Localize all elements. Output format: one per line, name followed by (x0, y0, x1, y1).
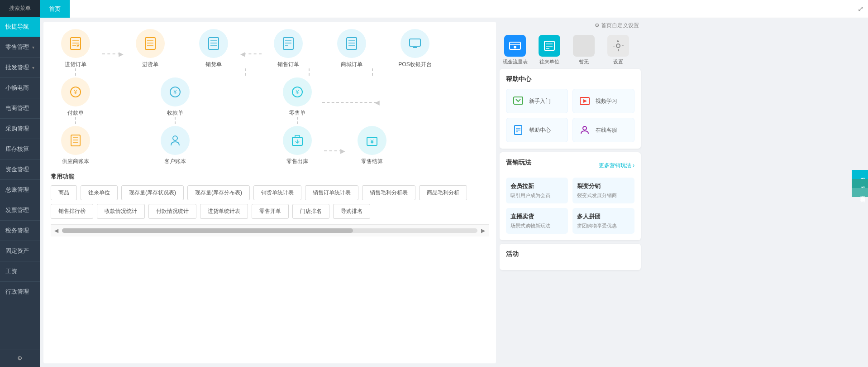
wf-node-payment[interactable]: ¥ 付款单 (51, 77, 100, 117)
wf-label-supplier-account: 供应商账本 (62, 158, 89, 165)
sidebar-item-wholesale-label: 批发管理 (5, 63, 32, 72)
cf-btn-store-rank[interactable]: 门店排名 (292, 204, 329, 219)
float-btn-community[interactable]: 服务社区 (852, 179, 868, 188)
tab-home[interactable]: 首页 (40, 0, 70, 18)
marketing-card: 营销玩法 更多营销玩法 › 会员拉新 吸引用户成为会员 裂变分销 裂变式发展分销… (500, 152, 641, 240)
float-btn-desktop[interactable]: 桌面快捷 (852, 188, 868, 197)
help-item-beginner-label: 新手入门 (529, 97, 551, 105)
help-center-card: 帮助中心 新手入门 视频学习 (500, 69, 641, 149)
top-tabs: 首页 ⤢ (40, 0, 868, 18)
float-btn-service[interactable]: 客服热线 (852, 170, 868, 179)
wf-node-retail-bill[interactable]: ¥ 零售单 (272, 77, 322, 117)
wf-node-receipt[interactable]: ¥ 收款单 (150, 77, 200, 117)
wf-node-sales-order[interactable]: 销售订单 (263, 29, 313, 68)
wf-col-pos: POS收银开台 (390, 29, 440, 68)
help-item-service[interactable]: 在线客服 (572, 118, 634, 142)
cf-btn-sales-profit[interactable]: 销售毛利分析表 (362, 185, 415, 200)
svg-rect-46 (514, 97, 523, 104)
wf-node-customer-account[interactable]: 客户账本 (150, 126, 200, 165)
cf-btn-retail-order[interactable]: 零售开单 (252, 204, 289, 219)
arrow-retail-out-to-settle: ▶ (324, 147, 345, 155)
sidebar-item-wholesale[interactable]: 批发管理 ▾ (0, 58, 40, 78)
cf-btn-purchase-stat[interactable]: 进货单统计表 (200, 204, 248, 219)
beginner-icon (511, 94, 525, 108)
wf-col-receipt: ¥ 收款单 (150, 77, 200, 117)
cf-btn-sales-rank[interactable]: 销售排行榜 (51, 204, 93, 219)
mkt-more-btn[interactable]: 更多营销玩法 › (599, 162, 634, 169)
sidebar-item-finance[interactable]: 资金管理 (0, 159, 40, 180)
qn-icon-none[interactable]: 暂无 (568, 35, 599, 65)
svg-rect-4 (145, 38, 155, 49)
qn-icon-cashflow[interactable]: 现金流量表 (500, 35, 530, 65)
sidebar-item-ecommerce[interactable]: 电商管理 (0, 98, 40, 119)
supplier-account-icon (61, 126, 90, 155)
wf-node-pos[interactable]: POS收银开台 (390, 29, 440, 68)
sidebar-search[interactable]: 搜索菜单 (0, 0, 40, 17)
common-functions-grid: 商品 往来单位 现存量(库存状况表) 现存量(库存分布表) 销货单统计表 销售订… (51, 185, 489, 219)
sidebar-item-ledger[interactable]: 总账管理 (0, 180, 40, 200)
svg-point-33 (173, 136, 177, 140)
sidebar-item-assets[interactable]: 固定资产 (0, 241, 40, 261)
help-item-beginner[interactable]: 新手入门 (506, 89, 568, 113)
retail-settle-icon: ¥ (358, 126, 386, 155)
help-item-service-label: 在线客服 (596, 126, 617, 134)
wf-label-retail-bill: 零售单 (289, 109, 305, 117)
sidebar-item-invoice[interactable]: 发票管理 (0, 200, 40, 221)
cf-btn-stock-dist[interactable]: 现存量(库存分布表) (187, 185, 250, 200)
cf-btn-guide-rank[interactable]: 导购排名 (333, 204, 370, 219)
wf-node-purchase[interactable]: 进货单 (125, 29, 175, 68)
scroll-right-arrow[interactable]: ▶ (479, 227, 487, 234)
purchase-icon (136, 29, 165, 58)
sidebar-item-salary[interactable]: 工资 (0, 261, 40, 282)
wf-node-sales[interactable]: 销货单 (189, 29, 238, 68)
none-icon (573, 35, 595, 57)
cf-btn-goods-profit[interactable]: 商品毛利分析 (419, 185, 467, 200)
qn-icon-none-label: 暂无 (579, 58, 589, 65)
sidebar-settings-icon[interactable]: ⚙ (0, 349, 40, 367)
qn-icon-settings-label: 设置 (613, 58, 623, 65)
qn-icon-partners[interactable]: 往来单位 (534, 35, 565, 65)
sidebar-item-ecommerce-small[interactable]: 小畅电商 (0, 78, 40, 98)
maximize-icon[interactable]: ⤢ (853, 5, 868, 13)
mkt-grid: 会员拉新 吸引用户成为会员 裂变分销 裂变式发展分销商 直播卖货 场景式购物新玩… (506, 178, 634, 234)
pos-to-retail-arrow: ◀ (322, 99, 380, 106)
qn-icon-partners-label: 往来单位 (539, 58, 559, 65)
wf-node-purchase-order[interactable]: 进货订单 (51, 29, 100, 68)
cf-btn-receipt-stat[interactable]: 收款情况统计 (97, 204, 145, 219)
cf-btn-sales-order-stat[interactable]: 销售订单统计表 (305, 185, 358, 200)
cf-btn-payment-stat[interactable]: 付款情况统计 (148, 204, 196, 219)
cf-btn-goods[interactable]: 商品 (51, 185, 77, 200)
sidebar-nav-quicknav[interactable]: 快捷导航 (0, 17, 40, 37)
wf-node-retail-settle[interactable]: ¥ 零售结算 (347, 126, 397, 165)
sidebar-item-tax[interactable]: 税务管理 (0, 221, 40, 241)
sidebar-item-inventory[interactable]: 库存核算 (0, 139, 40, 159)
svg-text:¥: ¥ (73, 88, 77, 96)
mkt-item-group[interactable]: 多人拼团 拼团购物享受优惠 (572, 208, 634, 234)
mkt-item-live[interactable]: 直播卖货 场景式购物新玩法 (506, 208, 568, 234)
cf-btn-sales-stat[interactable]: 销货单统计表 (253, 185, 301, 200)
sidebar-item-retail[interactable]: 零售管理 ▾ (0, 37, 40, 58)
sidebar-item-admin[interactable]: 行政管理 (0, 282, 40, 302)
help-item-docs-label: 帮助中心 (529, 126, 551, 134)
mkt-item-fission[interactable]: 裂变分销 裂变式发展分销商 (572, 178, 634, 203)
help-grid: 新手入门 视频学习 帮助中心 (506, 89, 634, 142)
wf-node-mall-order[interactable]: 商城订单 (327, 29, 377, 68)
qn-customize-btn[interactable]: ⚙ 首页自定义设置 (500, 22, 641, 29)
qn-icon-settings[interactable]: 设置 (603, 35, 634, 65)
chevron-down-icon: ▾ (32, 45, 34, 50)
partners-icon (539, 35, 560, 57)
cf-btn-partners[interactable]: 往来单位 (81, 185, 118, 200)
workflow-connectors2 (51, 117, 489, 124)
help-item-video[interactable]: 视频学习 (572, 89, 634, 113)
scroll-left-arrow[interactable]: ◀ (52, 227, 60, 234)
sidebar-item-purchase[interactable]: 采购管理 (0, 119, 40, 139)
scroll-track[interactable] (62, 228, 477, 233)
help-item-docs[interactable]: 帮助中心 (506, 118, 568, 142)
qn-icon-cashflow-label: 现金流量表 (503, 58, 528, 65)
cf-btn-stock-status[interactable]: 现存量(库存状况表) (121, 185, 184, 200)
mkt-item-member[interactable]: 会员拉新 吸引用户成为会员 (506, 178, 568, 203)
wf-node-retail-out[interactable]: 零售出库 (272, 126, 322, 165)
wf-node-supplier-account[interactable]: 供应商账本 (51, 126, 100, 165)
sidebar-item-ecommerce-small-label: 小畅电商 (5, 84, 34, 92)
wf-col-purchase-order: 进货订单 (51, 29, 100, 68)
